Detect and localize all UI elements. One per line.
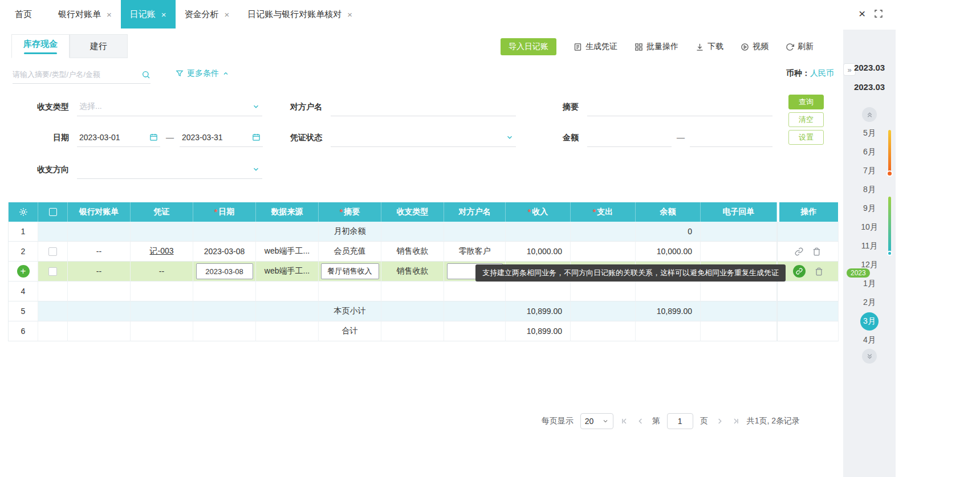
date-to-input[interactable]: 2023-03-31 [180,128,263,147]
cell-receipt [701,242,777,262]
journal-table: 银行对账单 凭证 *日期 数据来源 *摘要 收支类型 对方户名 *收入 *支出 … [8,202,838,341]
tab-close-icon[interactable]: × [347,10,352,19]
date-from-input[interactable]: 2023-03-01 [77,128,160,147]
download-button[interactable]: 下载 [696,42,723,52]
cell-ops [777,301,839,321]
row-index: 5 [9,301,38,321]
calendar-icon[interactable] [149,133,158,141]
period-year-current[interactable]: 2023.03 [843,82,896,92]
last-page-icon[interactable] [731,417,740,426]
link-related-icon[interactable] [793,265,806,278]
amount-min-input[interactable] [587,128,672,147]
tab-fund-analysis[interactable]: 资金分析 × [176,0,239,28]
more-conditions-toggle[interactable]: 更多条件 [176,68,229,79]
page-prefix: 第 [652,416,660,426]
summary-input[interactable] [587,97,772,116]
prev-page-icon[interactable] [636,417,645,426]
download-icon [696,43,704,51]
gear-icon [19,207,28,217]
refresh-icon [786,43,794,51]
select-all-checkbox[interactable] [38,202,68,222]
per-page-select[interactable]: 20 [580,413,613,429]
type-label: 收支类型 [23,97,69,116]
currency-value: 人民币 [810,68,834,78]
tab-close-icon[interactable]: × [161,10,166,19]
direction-select[interactable] [77,160,262,179]
voucher-link[interactable]: 记-003 [131,242,193,262]
video-button[interactable]: 视频 [741,42,768,52]
amount-max-input[interactable] [690,128,772,147]
toolbar: 导入日记账 生成凭证 批量操作 下载 视频 [501,38,814,55]
col-balance: 余额 [636,202,701,222]
scroll-indicator-orange[interactable] [888,130,891,173]
tool-label: 生成凭证 [585,42,617,52]
table-row-subtotal: 5 本页小计 10,899.00 10,899.00 [9,301,838,321]
date-edit-input[interactable]: 2023-03-08 [193,262,256,282]
cell-type [381,321,444,341]
account-subtabs: 库存现金 建行 [11,34,128,58]
generate-voucher-button[interactable]: 生成凭证 [574,42,617,52]
refresh-button[interactable]: 刷新 [786,42,814,52]
subtab-ccb-bank[interactable]: 建行 [70,34,128,58]
voucher-status-label: 凭证状态 [253,128,322,147]
settings-button[interactable]: 设置 [788,130,824,145]
cell-checkbox[interactable] [38,242,68,262]
party-input[interactable] [331,97,516,116]
scroll-down-icon[interactable] [862,349,877,364]
cell-income: 10,899.00 [506,301,571,321]
month-item[interactable]: 8月 [843,180,896,199]
search-icon[interactable] [141,70,151,79]
plus-icon: + [17,265,30,278]
cell-bank [68,301,131,321]
filter-funnel-icon [176,70,184,78]
year-badge: 2023 [847,268,870,278]
clear-button[interactable]: 清空 [788,112,824,127]
tab-close-icon[interactable]: × [107,10,112,19]
cell-balance: 10,000.00 [636,242,701,262]
range-dash: — [164,128,176,147]
next-page-icon[interactable] [715,417,724,426]
page-input[interactable] [667,413,693,429]
col-source: 数据来源 [256,202,319,222]
month-item-active[interactable]: 3月 [843,312,896,331]
first-page-icon[interactable] [620,417,629,426]
month-item[interactable]: 4月 [843,331,896,349]
voucher-status-select[interactable] [331,128,516,147]
query-button[interactable]: 查询 [788,95,824,109]
cell-checkbox[interactable] [38,262,68,282]
month-item[interactable]: 2月 [843,293,896,312]
close-icon[interactable]: × [859,7,865,20]
checkbox-box [48,267,57,276]
tab-journal[interactable]: 日记账 × [121,0,176,28]
subtab-cash[interactable]: 库存现金 [11,34,70,58]
scroll-knob-cyan[interactable] [887,251,892,256]
tab-close-icon[interactable]: × [225,10,230,19]
scroll-knob-orange[interactable] [887,170,893,177]
add-row-button[interactable]: + [9,262,38,282]
fullscreen-icon[interactable] [874,9,883,18]
link-icon[interactable] [795,247,803,256]
delete-icon[interactable] [812,247,821,256]
type-select[interactable]: 选择... [77,97,262,116]
import-journal-button[interactable]: 导入日记账 [501,38,556,55]
search-input[interactable] [13,70,141,79]
link-business-tooltip: 支持建立两条相同业务，不同方向日记账的关联关系，这样可以避免相同业务重复生成凭证 [475,264,786,282]
scroll-up-icon[interactable] [862,107,877,122]
row-index: 6 [9,321,38,341]
tab-journal-bank-reconcile[interactable]: 日记账与银行对账单核对 × [238,0,361,28]
column-settings-button[interactable] [9,202,38,222]
cell-summary: 月初余额 [319,222,381,242]
summary-edit-input[interactable]: 餐厅销售收入 [319,262,381,282]
tab-bank-statement[interactable]: 银行对账单 × [49,0,121,28]
cell-date: 2023-03-08 [193,242,256,262]
per-page-value: 20 [585,417,594,426]
tool-label: 下载 [707,42,723,52]
tab-home[interactable]: 首页 [6,0,41,28]
batch-operations-button[interactable]: 批量操作 [635,42,678,52]
cell-balance [636,282,701,301]
delete-icon[interactable] [815,267,823,276]
cell-type [381,222,444,242]
batch-grid-icon [635,43,643,51]
row-index: 1 [9,222,38,242]
scroll-indicator-green[interactable] [888,197,891,254]
